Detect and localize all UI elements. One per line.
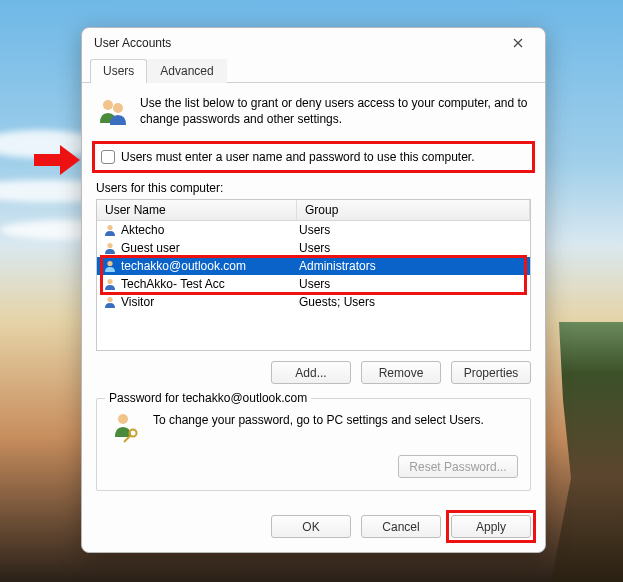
require-password-checkbox[interactable]: Users must enter a user name and passwor… [101,150,524,164]
user-list-label: Users for this computer: [96,181,531,195]
column-group[interactable]: Group [297,200,530,220]
window-title: User Accounts [94,36,497,50]
svg-point-2 [107,225,112,230]
user-row[interactable]: TechAkko- Test AccUsers [97,275,530,293]
user-list-header: User Name Group [97,200,530,221]
properties-button[interactable]: Properties [451,361,531,384]
user-group: Administrators [299,259,376,273]
svg-point-4 [107,261,112,266]
checkbox-label: Users must enter a user name and passwor… [121,150,475,164]
remove-button[interactable]: Remove [361,361,441,384]
user-row[interactable]: AktechoUsers [97,221,530,239]
tab-advanced[interactable]: Advanced [147,59,226,83]
user-group: Users [299,241,330,255]
user-icon [103,277,117,291]
apply-button[interactable]: Apply [451,515,531,538]
svg-point-0 [103,100,113,110]
tabstrip: Users Advanced [82,58,545,83]
password-fieldset: Password for techakko@outlook.com To cha… [96,398,531,491]
dialog-footer: OK Cancel Apply [82,505,545,552]
user-group: Users [299,277,330,291]
user-row[interactable]: VisitorGuests; Users [97,293,530,311]
user-row[interactable]: techakko@outlook.comAdministrators [97,257,530,275]
close-icon [513,38,523,48]
password-text: To change your password, go to PC settin… [153,409,484,427]
user-list[interactable]: User Name Group AktechoUsersGuest userUs… [96,199,531,351]
close-button[interactable] [497,30,539,56]
annotation-highlight-checkbox: Users must enter a user name and passwor… [92,141,535,173]
svg-point-1 [113,103,123,113]
user-icon [103,223,117,237]
column-username[interactable]: User Name [97,200,297,220]
user-icon [103,241,117,255]
ok-button[interactable]: OK [271,515,351,538]
user-row[interactable]: Guest userUsers [97,239,530,257]
svg-point-5 [107,279,112,284]
user-name: Guest user [121,241,180,255]
add-button[interactable]: Add... [271,361,351,384]
tab-users[interactable]: Users [90,59,147,83]
bg-cliff [543,322,623,582]
intro-text: Use the list below to grant or deny user… [140,95,531,129]
user-name: Aktecho [121,223,164,237]
password-legend: Password for techakko@outlook.com [105,391,311,405]
svg-point-7 [118,414,128,424]
annotation-highlight-apply: Apply [446,510,536,543]
users-icon [96,95,130,129]
checkbox-icon [101,150,115,164]
user-name: techakko@outlook.com [121,259,246,273]
intro-row: Use the list below to grant or deny user… [96,95,531,129]
user-group: Users [299,223,330,237]
user-name: Visitor [121,295,154,309]
user-key-icon [109,409,143,443]
annotation-arrow [34,145,84,175]
user-accounts-dialog: User Accounts Users Advanced Use the lis… [81,27,546,553]
users-panel: Use the list below to grant or deny user… [82,83,545,505]
svg-point-6 [107,297,112,302]
user-name: TechAkko- Test Acc [121,277,225,291]
svg-point-3 [107,243,112,248]
cancel-button[interactable]: Cancel [361,515,441,538]
user-icon [103,295,117,309]
user-icon [103,259,117,273]
user-group: Guests; Users [299,295,375,309]
user-buttons-row: Add... Remove Properties [96,361,531,384]
reset-password-button[interactable]: Reset Password... [398,455,518,478]
titlebar: User Accounts [82,28,545,58]
